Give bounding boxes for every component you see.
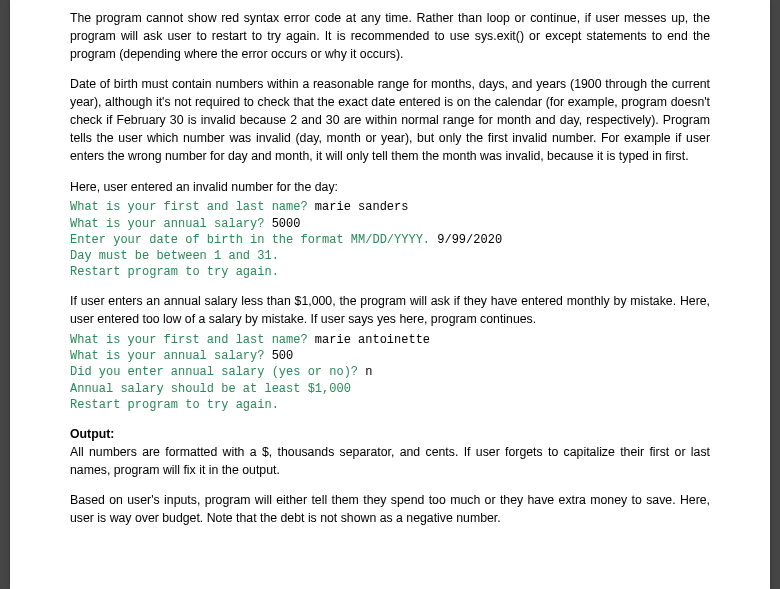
output-section: Output:All numbers are formatted with a … xyxy=(70,426,710,479)
paragraph-invalid-day-intro: Here, user entered an invalid number for… xyxy=(70,179,710,197)
code-user-input: 500 xyxy=(272,349,294,363)
code-prompt: What is your first and last name? xyxy=(70,333,315,347)
code-user-input: marie sanders xyxy=(315,200,409,214)
code-prompt: Restart program to try again. xyxy=(70,398,279,412)
code-user-input: 5000 xyxy=(272,217,301,231)
code-user-input: marie antoinette xyxy=(315,333,430,347)
code-prompt: What is your annual salary? xyxy=(70,217,272,231)
code-example-invalid-day: What is your first and last name? marie … xyxy=(70,199,710,280)
code-prompt: Annual salary should be at least $1,000 xyxy=(70,382,351,396)
paragraph-low-salary: If user enters an annual salary less tha… xyxy=(70,293,710,329)
code-prompt: Enter your date of birth in the format M… xyxy=(70,233,437,247)
code-prompt: What is your annual salary? xyxy=(70,349,272,363)
code-prompt: Day must be between 1 and 31. xyxy=(70,249,279,263)
code-prompt: Restart program to try again. xyxy=(70,265,279,279)
paragraph-date-of-birth: Date of birth must contain numbers withi… xyxy=(70,76,710,165)
paragraph-output-format: All numbers are formatted with a $, thou… xyxy=(70,445,710,477)
code-user-input: 9/99/2020 xyxy=(437,233,502,247)
document-page: The program cannot show red syntax error… xyxy=(10,0,770,589)
code-example-low-salary: What is your first and last name? marie … xyxy=(70,332,710,413)
output-heading: Output: xyxy=(70,427,114,441)
code-prompt: What is your first and last name? xyxy=(70,200,315,214)
code-prompt: Did you enter annual salary (yes or no)? xyxy=(70,365,365,379)
paragraph-syntax-error: The program cannot show red syntax error… xyxy=(70,10,710,63)
code-user-input: n xyxy=(365,365,372,379)
paragraph-budget: Based on user's inputs, program will eit… xyxy=(70,492,710,528)
